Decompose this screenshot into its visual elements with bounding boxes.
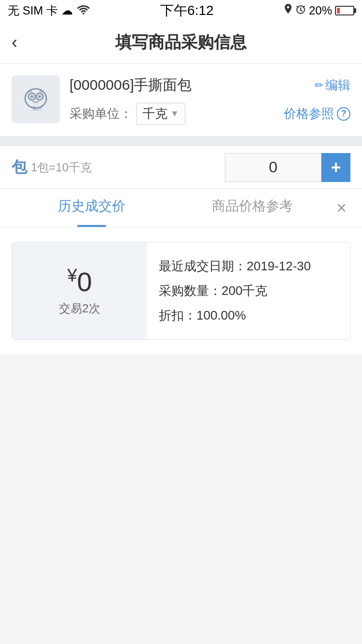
battery-percent: 20% [309, 4, 332, 17]
unit-value: 千克 [142, 105, 167, 122]
wifi-icon [77, 4, 90, 17]
product-image: 数计 [12, 75, 60, 124]
purchase-qty-value: 200千克 [222, 283, 267, 298]
nav-bar: ‹ 填写商品采购信息 [0, 21, 362, 64]
svg-point-4 [30, 95, 33, 98]
history-card: ¥0 交易2次 最近成交日期：2019-12-30 采购数量：200千克 折扣：… [12, 242, 350, 340]
quantity-input[interactable]: 0 [225, 153, 321, 182]
product-thumbnail-icon: 数计 [21, 83, 50, 116]
recent-date-label: 最近成交日期： [159, 259, 247, 273]
unit-conversion-label: 1包=10千克 [31, 160, 92, 175]
purchase-qty-row: 采购数量：200千克 [159, 281, 338, 300]
dropdown-arrow-icon: ▼ [170, 109, 179, 119]
status-left: 无 SIM 卡 ☁ [8, 3, 90, 18]
tab-product-price-ref[interactable]: 商品价格参考 [172, 197, 332, 219]
edit-label: 编辑 [325, 77, 350, 94]
quantity-row: 包 1包=10千克 0 + [0, 146, 362, 189]
product-info: [0000006]手撕面包 ✏ 编辑 采购单位： 千克 ▼ 价格参照 ? [70, 75, 350, 125]
quantity-plus-button[interactable]: + [321, 153, 350, 182]
close-tab-button[interactable]: × [333, 194, 350, 222]
tab-history-label: 历史成交价 [58, 198, 125, 213]
battery-icon [335, 6, 354, 15]
tabs-container: 历史成交价 商品价格参考 × [0, 189, 362, 227]
info-icon: ? [337, 107, 350, 121]
recent-date-value: 2019-12-30 [247, 259, 311, 273]
location-icon [284, 4, 292, 17]
currency-symbol: ¥ [67, 266, 77, 285]
product-card: 数计 [0000006]手撕面包 ✏ 编辑 采购单位： 千克 ▼ 价格参照 ? [0, 64, 362, 137]
main-content-area [0, 354, 362, 644]
package-icon: 包 [12, 157, 27, 178]
purchase-qty-label: 采购数量： [159, 283, 222, 298]
back-button[interactable]: ‹ [12, 32, 17, 53]
product-unit-row: 采购单位： 千克 ▼ 价格参照 ? [70, 103, 350, 125]
history-content: ¥0 交易2次 最近成交日期：2019-12-30 采购数量：200千克 折扣：… [0, 227, 362, 354]
tab-history-price[interactable]: 历史成交价 [12, 197, 172, 219]
edit-button[interactable]: ✏ 编辑 [315, 77, 350, 94]
status-bar: 无 SIM 卡 ☁ 下午6:12 20% [0, 0, 362, 21]
discount-label: 折扣： [159, 308, 196, 322]
transaction-count: 交易2次 [59, 301, 100, 316]
discount-row: 折扣：100.00% [159, 306, 338, 325]
svg-point-5 [38, 95, 41, 98]
tab-price-ref-label: 商品价格参考 [212, 198, 293, 213]
page-title: 填写商品采购信息 [115, 31, 247, 54]
product-name: [0000006]手撕面包 [70, 75, 192, 95]
status-time: 下午6:12 [160, 1, 214, 20]
unit-select-dropdown[interactable]: 千克 ▼ [136, 103, 185, 125]
status-right: 20% [284, 4, 354, 17]
svg-text:数计: 数计 [33, 106, 42, 111]
price-ref-label: 价格参照 [284, 105, 334, 122]
unit-label: 采购单位： [70, 105, 132, 122]
section-divider [0, 137, 362, 146]
sim-status: 无 SIM 卡 ☁ [8, 3, 73, 18]
price-reference-button[interactable]: 价格参照 ? [284, 105, 350, 122]
recent-date-row: 最近成交日期：2019-12-30 [159, 257, 338, 276]
alarm-icon [295, 4, 306, 17]
history-price-panel: ¥0 交易2次 [12, 242, 147, 339]
price-amount: 0 [77, 266, 92, 296]
quantity-controls: 0 + [225, 153, 350, 182]
product-header: [0000006]手撕面包 ✏ 编辑 [70, 75, 350, 95]
edit-icon: ✏ [315, 79, 323, 92]
quantity-label: 包 1包=10千克 [12, 157, 92, 178]
history-details-panel: 最近成交日期：2019-12-30 采购数量：200千克 折扣：100.00% [147, 242, 350, 339]
discount-value: 100.00% [196, 308, 246, 322]
history-price-display: ¥0 [67, 266, 92, 297]
